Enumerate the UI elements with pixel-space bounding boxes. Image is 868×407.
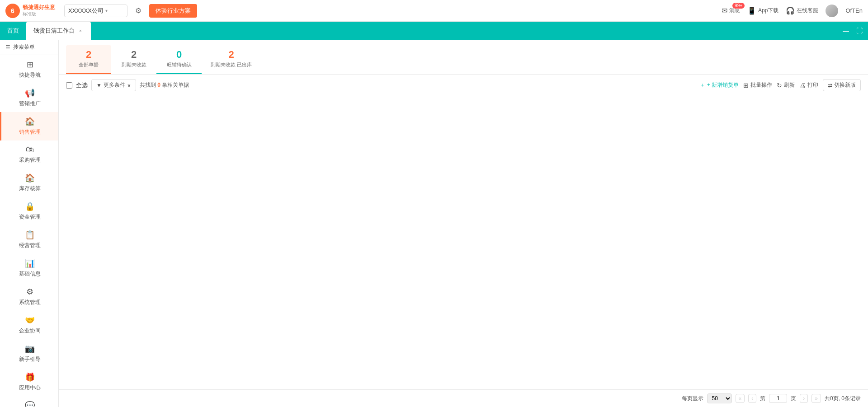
sidebar-item-app-center[interactable]: 🎁 应用中心	[0, 368, 58, 396]
sidebar-item-quick-nav[interactable]: ⊞ 快捷导航	[0, 55, 58, 84]
tab-minimize-button[interactable]: —	[841, 25, 851, 36]
new-order-label: + 新增销货单	[707, 81, 739, 89]
batch-action[interactable]: ⊞ 批量操作	[743, 81, 772, 89]
sidebar-item-label: 新手引导	[19, 356, 41, 363]
sidebar-item-wechat[interactable]: 💬 企业微信	[0, 396, 58, 407]
found-text: 共找到 0 条相关单据	[140, 81, 189, 89]
work-content: 2 全部单据 2 到期未收款 0 旺铺待确认 2 到期未收款 已出库	[59, 40, 868, 407]
toolbar-right: ＋ + 新增销货单 ⊞ 批量操作 ↻ 刷新 🖨 打印	[700, 79, 861, 91]
print-label: 打印	[807, 81, 818, 89]
new-version-button[interactable]: ⇄ 切换新版	[823, 79, 861, 91]
select-all-label: 全选	[76, 81, 88, 89]
stat-number-all: 2	[86, 49, 91, 61]
batch-label: 批量操作	[750, 81, 772, 89]
per-page-select[interactable]: 50 100 200	[707, 393, 732, 403]
sidebar-item-marketing[interactable]: 📢 营销推广	[0, 84, 58, 112]
sidebar-item-operations[interactable]: 📋 经营管理	[0, 225, 58, 254]
company-selector[interactable]: XXXXXX公司 ▾	[64, 5, 127, 17]
tab-expand-button[interactable]: ⛶	[854, 25, 864, 36]
print-action[interactable]: 🖨 打印	[799, 81, 818, 89]
online-service-action[interactable]: 🎧 在线客服	[786, 6, 818, 15]
stat-tab-all[interactable]: 2 全部单据	[66, 45, 111, 74]
tab-close-icon[interactable]: ×	[77, 28, 84, 34]
service-icon: 🎧	[786, 6, 795, 15]
avatar[interactable]	[826, 5, 838, 17]
operations-icon: 📋	[25, 230, 35, 240]
app-name: 畅捷通好生意	[23, 4, 55, 10]
stat-number-overdue-shipped: 2	[228, 49, 234, 61]
filter-icon: ▼	[96, 82, 102, 89]
sidebar-item-sales[interactable]: 🏠 销售管理	[0, 112, 58, 140]
finance-icon: 🔒	[25, 201, 35, 211]
sidebar-item-label: 应用中心	[19, 384, 41, 392]
chevron-icon: ∨	[127, 82, 131, 89]
sidebar-item-label: 营销推广	[19, 100, 41, 108]
sidebar-item-label: 快捷导航	[19, 71, 41, 79]
new-order-button[interactable]: ＋ + 新增销货单	[700, 81, 739, 89]
gear-icon: ⚙	[135, 6, 142, 15]
tab-work-label: 钱货日清工作台	[33, 27, 75, 35]
page-prev-button[interactable]: ‹	[748, 394, 756, 403]
top-header: 6 畅捷通好生意 标准版 XXXXXX公司 ▾ ⚙ 体验行业方案 ✉ 消息 99…	[0, 0, 868, 22]
select-all-checkbox[interactable]	[66, 82, 72, 89]
stat-number-pending: 0	[176, 49, 182, 61]
sidebar-item-inventory[interactable]: 🏠 库存核算	[0, 168, 58, 197]
download-icon: 📱	[747, 6, 756, 15]
cooperation-icon: 🤝	[25, 315, 35, 325]
page-last-button[interactable]: »	[811, 394, 821, 403]
filter-button[interactable]: ▼ 更多条件 ∨	[91, 79, 136, 91]
sidebar-item-cooperation[interactable]: 🤝 企业协同	[0, 311, 58, 339]
sidebar-item-label: 企业协同	[19, 327, 41, 335]
logo-icon: 6	[5, 4, 20, 18]
experience-button[interactable]: 体验行业方案	[149, 4, 197, 18]
stat-tab-pending[interactable]: 0 旺铺待确认	[156, 45, 202, 74]
stats-tabs: 2 全部单据 2 到期未收款 0 旺铺待确认 2 到期未收款 已出库	[59, 40, 868, 75]
search-menu-label: 搜索菜单	[13, 43, 35, 51]
refresh-label: 刷新	[784, 81, 795, 89]
new-version-label: 切换新版	[834, 81, 856, 89]
sidebar-item-guide[interactable]: 📷 新手引导	[0, 339, 58, 368]
batch-icon: ⊞	[743, 82, 749, 89]
sidebar-item-label: 销售管理	[19, 128, 41, 136]
search-menu[interactable]: ☰ 搜索菜单	[0, 40, 58, 55]
sales-icon: 🏠	[25, 117, 35, 126]
stat-label-overdue-shipped: 到期未收款 已出库	[211, 61, 252, 68]
sidebar-item-finance[interactable]: 🔒 资金管理	[0, 197, 58, 225]
per-page-label: 每页显示	[682, 395, 703, 402]
page-first-button[interactable]: «	[736, 394, 745, 403]
basic-info-icon: 📊	[25, 258, 35, 268]
page-input[interactable]	[769, 394, 787, 403]
total-info: 共0页, 0条记录	[825, 395, 861, 402]
plus-icon: ＋	[700, 81, 705, 89]
sidebar-item-label: 系统管理	[19, 299, 41, 306]
quick-nav-icon: ⊞	[27, 60, 33, 70]
stat-tab-overdue-shipped[interactable]: 2 到期未收款 已出库	[202, 45, 261, 74]
tab-bar-right: — ⛶	[841, 25, 868, 36]
toolbar-left: 全选 ▼ 更多条件 ∨ 共找到 0 条相关单据	[66, 79, 696, 91]
sidebar-item-basic-info[interactable]: 📊 基础信息	[0, 254, 58, 282]
main-layout: ☰ 搜索菜单 ⊞ 快捷导航 📢 营销推广 🏠 销售管理 🛍 采购管理 🏠 库存核…	[0, 40, 868, 407]
stat-number-overdue: 2	[131, 49, 137, 61]
refresh-action[interactable]: ↻ 刷新	[777, 81, 795, 89]
search-icon: ☰	[5, 44, 10, 51]
tab-work[interactable]: 钱货日清工作台 ×	[26, 22, 91, 40]
sidebar-item-system[interactable]: ⚙ 系统管理	[0, 282, 58, 311]
wechat-icon: 💬	[25, 401, 35, 407]
guide-icon: 📷	[25, 344, 35, 354]
messages-action[interactable]: ✉ 消息 99+	[722, 6, 740, 15]
settings-button[interactable]: ⚙	[131, 4, 146, 18]
app-download-action[interactable]: 📱 App下载	[747, 6, 778, 15]
page-next-button[interactable]: ›	[800, 394, 808, 403]
system-icon: ⚙	[26, 287, 33, 297]
stat-tab-overdue[interactable]: 2 到期未收款	[111, 45, 156, 74]
header-right: ✉ 消息 99+ 📱 App下载 🎧 在线客服 OfTEn	[722, 5, 863, 17]
app-download-label: App下载	[758, 7, 778, 14]
toolbar: 全选 ▼ 更多条件 ∨ 共找到 0 条相关单据 ＋ + 新增销	[59, 75, 868, 96]
message-icon: ✉	[722, 6, 727, 15]
tab-home[interactable]: 首页	[0, 22, 26, 40]
username: OfTEn	[845, 7, 863, 14]
filter-label: 更多条件	[104, 81, 125, 89]
tab-home-label: 首页	[7, 27, 19, 35]
sidebar-item-purchase[interactable]: 🛍 采购管理	[0, 140, 58, 168]
found-count: 0	[157, 82, 160, 88]
